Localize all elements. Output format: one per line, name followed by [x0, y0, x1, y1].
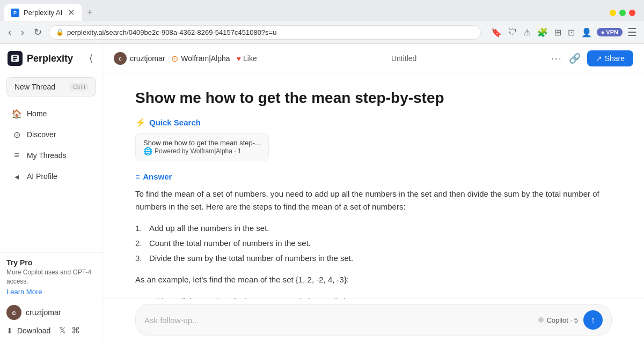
copilot-label: Copilot · 5	[546, 316, 578, 324]
list-item: 1.Add up all the numbers in the set: 1 +…	[135, 294, 612, 299]
browser-chrome: P Perplexity AI ✕ + ‹ › ↻ 🔒 perplexity.a…	[0, 0, 644, 44]
share-label: Share	[605, 54, 625, 63]
content-body: Show me how to get the mean step-by-step…	[103, 73, 644, 299]
wolfram-chip[interactable]: ⊙ Wolfram|Alpha	[171, 54, 230, 64]
brave-shield-button[interactable]: 🛡	[507, 26, 518, 39]
address-bar-row: ‹ › ↻ 🔒 perplexity.ai/search/0409be2c-90…	[0, 21, 644, 43]
answer-intro: To find the mean of a set of numbers, yo…	[135, 188, 612, 213]
wolfram-dot-icon: ⊙	[171, 54, 178, 64]
reload-button[interactable]: ↻	[31, 25, 45, 39]
logo-icon	[8, 51, 23, 66]
window-close-button[interactable]	[629, 10, 635, 16]
nav-items: 🏠 Home ⊙ Discover ≡ My Threads ◂ AI Prof…	[0, 101, 103, 252]
content-header: c cruztjomar ⊙ Wolfram|Alpha ♥ Like Unti…	[103, 44, 644, 73]
download-label[interactable]: Download	[17, 326, 50, 335]
svg-rect-3	[13, 59, 16, 61]
followup-placeholder[interactable]: Ask follow-up...	[144, 316, 533, 325]
extension-button[interactable]: 🧩	[536, 26, 550, 39]
more-options-button[interactable]: ···	[551, 53, 562, 64]
sidebar-header: Perplexity ⟨	[0, 44, 103, 73]
window-button[interactable]: ⊡	[566, 26, 576, 39]
sidebar-item-home[interactable]: 🏠 Home	[3, 103, 99, 124]
user-row[interactable]: c cruztjomar	[6, 302, 96, 323]
alert-button[interactable]: ⚠	[522, 26, 532, 39]
user-chip[interactable]: c cruztjomar	[114, 52, 165, 65]
send-button[interactable]: ↑	[583, 310, 603, 330]
sidebar-bottom: Try Pro More Copilot uses and GPT-4 acce…	[0, 252, 103, 343]
active-tab[interactable]: P Perplexity AI ✕	[4, 4, 82, 21]
sidebar-item-discover-label: Discover	[27, 130, 56, 139]
sidebar-item-ai-profile[interactable]: ◂ AI Profile	[3, 166, 99, 187]
avatar: c	[6, 305, 21, 320]
tab-favicon: P	[11, 9, 19, 17]
like-label: Like	[243, 54, 257, 63]
example-steps-list: 1.Add up all the numbers in the set: 1 +…	[135, 294, 612, 299]
sidebar-item-discover[interactable]: ⊙ Discover	[3, 124, 99, 145]
search-result-card[interactable]: Show me how to get the mean step-... 🌐 P…	[135, 133, 269, 161]
search-result-text: Show me how to get the mean step-...	[143, 139, 261, 147]
url-text: perplexity.ai/search/0409be2c-908a-4362-…	[67, 28, 474, 36]
ai-profile-icon: ◂	[12, 172, 21, 181]
share-button[interactable]: ↗ Share	[587, 50, 633, 66]
try-pro-section: Try Pro More Copilot uses and GPT-4 acce…	[6, 258, 96, 296]
lines-icon: ≡	[135, 173, 140, 181]
lightning-icon: ⚡	[135, 117, 146, 128]
list-item: 1.Add up all the numbers in the set.	[135, 221, 612, 236]
sidebar-item-ai-profile-label: AI Profile	[27, 172, 57, 181]
like-button[interactable]: ♥ Like	[237, 54, 257, 63]
address-bar[interactable]: 🔒 perplexity.ai/search/0409be2c-908a-436…	[49, 25, 481, 40]
bookmark-button[interactable]: 🔖	[489, 26, 503, 39]
page-title: Show me how to get the mean step-by-step	[135, 90, 612, 107]
wolfram-powered-label: 🌐 Powered by Wolfram|Alpha · 1	[143, 147, 261, 155]
profile-button[interactable]: 👤	[580, 26, 594, 39]
sidebar-item-home-label: Home	[27, 109, 47, 118]
sidebar-user-name: cruztjomar	[26, 308, 61, 317]
sidebar: Perplexity ⟨ New Thread Ctrl I 🏠 Home ⊙ …	[0, 44, 103, 343]
list-item: 2.Count the total number of numbers in t…	[135, 236, 612, 251]
home-icon: 🏠	[12, 109, 21, 118]
lock-icon: 🔒	[56, 28, 64, 36]
menu-button[interactable]: ☰	[626, 24, 639, 40]
forward-button[interactable]: ›	[18, 26, 27, 39]
steps-list: 1.Add up all the numbers in the set. 2.C…	[135, 221, 612, 266]
sidebar-logo: Perplexity	[8, 51, 73, 66]
sidebar-item-my-threads-label: My Threads	[27, 151, 67, 160]
new-thread-shortcut: Ctrl I	[70, 83, 88, 91]
thread-title: Untitled	[264, 54, 545, 63]
header-avatar: c	[114, 52, 127, 65]
main-content: c cruztjomar ⊙ Wolfram|Alpha ♥ Like Unti…	[103, 44, 644, 343]
new-thread-button[interactable]: New Thread Ctrl I	[6, 77, 96, 96]
try-pro-title: Try Pro	[6, 258, 96, 267]
sidebar-toggle-button[interactable]: ⊞	[553, 26, 563, 39]
logo-text: Perplexity	[27, 53, 73, 64]
tab-close-button[interactable]: ✕	[67, 8, 76, 18]
wolfram-label: Wolfram|Alpha	[181, 54, 230, 63]
twitter-icon[interactable]: 𝕏	[59, 325, 66, 335]
window-minimize-button[interactable]	[610, 10, 616, 16]
copilot-dot-icon	[538, 317, 544, 323]
new-tab-button[interactable]: +	[84, 6, 96, 19]
learn-more-link[interactable]: Learn More	[6, 288, 42, 296]
list-item: 3.Divide the sum by the total number of …	[135, 251, 612, 266]
wolfram-emoji-icon: 🌐	[143, 147, 152, 155]
tab-title: Perplexity AI	[24, 9, 62, 17]
download-row: ⬇ Download 𝕏 ⌘	[6, 323, 96, 338]
back-button[interactable]: ‹	[5, 26, 14, 39]
download-icon: ⬇	[6, 326, 13, 335]
sidebar-item-my-threads[interactable]: ≡ My Threads	[3, 145, 99, 166]
social-icons: 𝕏 ⌘	[59, 325, 80, 335]
heart-icon: ♥	[237, 54, 241, 63]
vpn-badge[interactable]: ● VPN	[597, 28, 623, 36]
address-actions: 🔖 🛡 ⚠ 🧩 ⊞ ⊡ 👤 ● VPN ☰	[489, 24, 639, 40]
followup-input-row[interactable]: Ask follow-up... Copilot · 5 ↑	[135, 304, 612, 335]
svg-rect-1	[13, 56, 17, 57]
quick-search-label: ⚡ Quick Search	[135, 117, 612, 128]
header-user-name: cruztjomar	[130, 54, 165, 63]
link-button[interactable]: 🔗	[569, 53, 581, 64]
window-maximize-button[interactable]	[619, 10, 626, 16]
discord-icon[interactable]: ⌘	[71, 325, 80, 335]
followup-bar: Ask follow-up... Copilot · 5 ↑	[103, 299, 644, 343]
share-icon: ↗	[596, 54, 602, 63]
discover-icon: ⊙	[12, 130, 21, 139]
collapse-sidebar-button[interactable]: ⟨	[87, 50, 95, 66]
